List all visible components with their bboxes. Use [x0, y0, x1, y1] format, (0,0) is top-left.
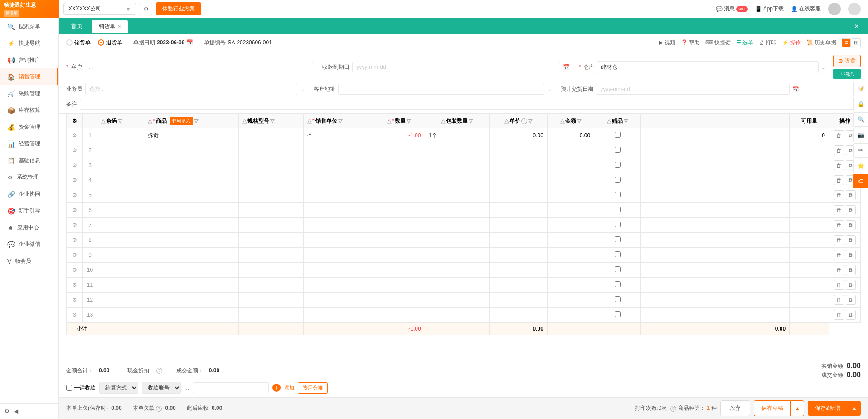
row-price-cell[interactable]	[490, 308, 548, 323]
row-delete-button[interactable]: 🗑	[834, 280, 844, 290]
row-settings-icon[interactable]: ⚙	[72, 207, 77, 213]
th-settings[interactable]: ⚙	[67, 114, 83, 128]
row-copy-button[interactable]: ⧉	[846, 265, 856, 275]
warehouse-dots[interactable]: ...	[821, 64, 826, 70]
row-settings-cell[interactable]: ⚙	[67, 158, 83, 173]
row-gift-checkbox[interactable]	[615, 207, 621, 212]
date-value[interactable]: 2023-06-06	[157, 39, 184, 46]
row-qty-cell[interactable]	[373, 203, 425, 218]
right-tool-3[interactable]: 🔍	[853, 112, 868, 127]
row-barcode-cell[interactable]	[97, 173, 144, 188]
row-unit-cell[interactable]	[303, 263, 373, 278]
row-gift-checkbox[interactable]	[615, 311, 621, 317]
row-barcode-cell[interactable]	[97, 203, 144, 218]
row-settings-icon[interactable]: ⚙	[72, 267, 77, 273]
one-click-checkbox-input[interactable]	[66, 385, 72, 391]
row-spec-cell[interactable]	[239, 308, 304, 323]
row-price-cell[interactable]	[490, 143, 548, 158]
message-action[interactable]: 💬 消息 99+	[716, 5, 747, 13]
row-settings-icon[interactable]: ⚙	[72, 132, 77, 139]
row-qty-cell[interactable]	[373, 143, 425, 158]
right-tool-5[interactable]: ✏	[853, 143, 868, 158]
row-product-cell[interactable]	[144, 308, 239, 323]
row-price-cell[interactable]	[490, 203, 548, 218]
amount-input[interactable]	[193, 382, 269, 393]
row-settings-icon[interactable]: ⚙	[72, 252, 77, 258]
row-packqty-cell[interactable]	[425, 278, 490, 293]
row-delete-button[interactable]: 🗑	[834, 250, 844, 260]
row-gift-cell[interactable]	[594, 248, 641, 263]
discount-info-icon[interactable]: ?	[156, 368, 162, 374]
row-gift-cell[interactable]	[594, 308, 641, 323]
row-settings-icon[interactable]: ⚙	[72, 237, 77, 243]
sidebar-item-guide[interactable]: 🎯 新手引导	[0, 202, 58, 219]
right-tool-7[interactable]: 🏷	[853, 174, 868, 188]
row-packqty-cell[interactable]	[425, 203, 490, 218]
row-qty-cell[interactable]	[373, 308, 425, 323]
row-barcode-cell[interactable]	[97, 308, 144, 323]
payment-due-input[interactable]: yyyy-mm-dd	[352, 62, 560, 72]
row-settings-icon[interactable]: ⚙	[72, 282, 77, 288]
right-tool-6[interactable]: ⭐	[853, 159, 868, 173]
row-price-cell[interactable]: 0.00	[490, 128, 548, 143]
row-gift-checkbox[interactable]	[615, 251, 621, 257]
row-copy-button[interactable]: ⧉	[846, 310, 856, 320]
row-barcode-cell[interactable]	[97, 128, 144, 143]
sidebar-item-base[interactable]: 📋 基础信息	[0, 152, 58, 169]
owe-info-icon[interactable]: ?	[156, 406, 162, 412]
settings-button[interactable]: ⚙ 设置	[833, 55, 861, 67]
video-action[interactable]: ▶ 视频	[659, 39, 675, 47]
logistics-button[interactable]: + 物流	[833, 69, 861, 79]
row-settings-icon[interactable]: ⚙	[72, 162, 77, 169]
row-price-cell[interactable]	[490, 293, 548, 308]
row-amount-cell[interactable]	[547, 263, 594, 278]
radio-return[interactable]: 退货单	[98, 39, 122, 47]
sidebar-item-marketing[interactable]: 📢 营销推广	[0, 52, 58, 68]
row-product-cell[interactable]	[144, 233, 239, 248]
row-settings-cell[interactable]: ⚙	[67, 188, 83, 203]
row-settings-cell[interactable]: ⚙	[67, 173, 83, 188]
row-gift-cell[interactable]	[594, 173, 641, 188]
row-settings-icon[interactable]: ⚙	[72, 297, 77, 303]
row-amount-cell[interactable]	[547, 308, 594, 323]
row-gift-checkbox[interactable]	[615, 281, 621, 287]
row-delete-button[interactable]: 🗑	[834, 175, 844, 185]
payment-method-select[interactable]: 结算方式	[99, 382, 138, 394]
row-product-cell[interactable]	[144, 263, 239, 278]
tab-sale-order[interactable]: 销货单 ×	[92, 20, 128, 33]
row-packqty-cell[interactable]	[425, 308, 490, 323]
sidebar-item-wechat[interactable]: 💬 企业微信	[0, 236, 58, 253]
row-settings-cell[interactable]: ⚙	[67, 278, 83, 293]
row-price-cell[interactable]	[490, 158, 548, 173]
row-gift-checkbox[interactable]	[615, 266, 621, 272]
row-settings-cell[interactable]: ⚙	[67, 293, 83, 308]
account-dots[interactable]: ...	[184, 385, 189, 391]
row-amount-cell[interactable]	[547, 203, 594, 218]
row-qty-cell[interactable]	[373, 248, 425, 263]
row-unit-cell[interactable]	[303, 233, 373, 248]
row-amount-cell[interactable]	[547, 188, 594, 203]
tab-close-all-icon[interactable]: ×	[849, 22, 863, 31]
row-settings-icon[interactable]: ⚙	[72, 312, 77, 318]
row-packqty-cell[interactable]: 1个	[425, 128, 490, 143]
row-barcode-cell[interactable]	[97, 293, 144, 308]
row-unit-cell[interactable]	[303, 173, 373, 188]
row-price-cell[interactable]	[490, 173, 548, 188]
row-gift-cell[interactable]	[594, 158, 641, 173]
row-delete-button[interactable]: 🗑	[834, 310, 844, 320]
row-delete-button[interactable]: 🗑	[834, 235, 844, 245]
account-select[interactable]: 收款账号	[142, 382, 181, 394]
add-label[interactable]: 添加	[284, 385, 294, 391]
row-barcode-cell[interactable]	[97, 248, 144, 263]
row-amount-cell[interactable]	[547, 218, 594, 233]
print-action[interactable]: 🖨 打印	[759, 39, 776, 47]
row-qty-cell[interactable]	[373, 263, 425, 278]
type-info-icon[interactable]: ©	[670, 406, 676, 412]
row-qty-cell[interactable]	[373, 188, 425, 203]
row-delete-button[interactable]: 🗑	[834, 145, 844, 155]
row-qty-cell[interactable]	[373, 158, 425, 173]
tab-close-icon[interactable]: ×	[118, 24, 121, 29]
row-spec-cell[interactable]	[239, 143, 304, 158]
row-packqty-cell[interactable]	[425, 248, 490, 263]
customer-addr-input[interactable]	[338, 84, 545, 95]
